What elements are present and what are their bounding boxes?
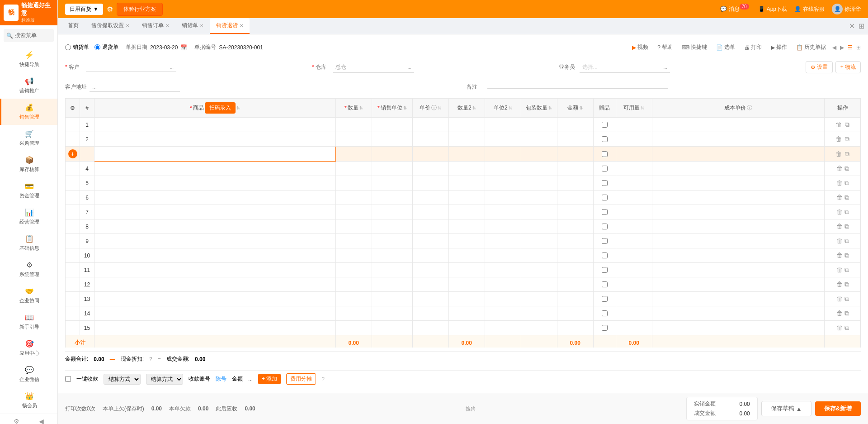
account-link[interactable]: 陈号 — [216, 375, 226, 383]
search-menu-button[interactable]: 🔍 搜索菜单 — [4, 29, 54, 42]
sidebar-item-corp[interactable]: 🤝 企业协同 — [0, 282, 57, 309]
tab-price-setting-close[interactable]: ✕ — [126, 23, 129, 28]
customer-input[interactable]: ... — [86, 63, 176, 71]
copy-row-11[interactable]: ⧉ — [844, 266, 850, 273]
delete-row-11[interactable]: 🗑 — [835, 266, 844, 273]
delete-row-6[interactable]: 🗑 — [835, 194, 844, 201]
tab-sales-order[interactable]: 销售订单 ✕ — [136, 18, 175, 34]
row-cost-1[interactable] — [652, 118, 824, 132]
app-download-item[interactable]: 📱 App下载 — [758, 5, 787, 13]
warehouse-input[interactable]: 总仓 ... — [333, 62, 414, 73]
row-price-1[interactable] — [412, 118, 448, 132]
tab-sales-return-close[interactable]: ✕ — [240, 23, 243, 28]
row-qty2-2[interactable] — [448, 132, 485, 147]
radio-sale[interactable]: 销货单 — [65, 43, 89, 51]
product-sort-icon[interactable]: ⇅ — [236, 105, 240, 110]
grid-view-icon[interactable]: ⊞ — [856, 44, 861, 51]
online-service-item[interactable]: 👤 在线客服 — [794, 5, 825, 13]
th-settings[interactable]: ⚙ — [66, 99, 80, 118]
tab-close-all[interactable]: ✕ — [849, 22, 855, 30]
row-su-2[interactable] — [372, 132, 412, 147]
row-product-2[interactable] — [94, 132, 336, 147]
copy-row-9[interactable]: ⧉ — [844, 237, 850, 244]
tab-home[interactable]: 首页 — [61, 18, 85, 34]
operate-btn[interactable]: ▶ 操作 — [768, 43, 790, 52]
row-amt-3[interactable] — [557, 147, 593, 162]
sidebar-item-ops[interactable]: 📊 经营管理 — [0, 204, 57, 230]
help-btn[interactable]: ? 帮助 — [655, 43, 675, 52]
delete-row-2[interactable]: 🗑 — [835, 135, 843, 143]
copy-row-1[interactable]: ⧉ — [844, 121, 850, 128]
user-profile[interactable]: 👤 徐泽华 — [832, 4, 861, 14]
radio-return-input[interactable] — [94, 44, 100, 50]
copy-row-7[interactable]: ⧉ — [844, 208, 850, 215]
row-product-1[interactable] — [94, 118, 336, 132]
row-price-3[interactable] — [412, 147, 448, 162]
row-avail-1[interactable] — [616, 118, 652, 132]
delete-row-12[interactable]: 🗑 — [835, 281, 844, 288]
delete-row-7[interactable]: 🗑 — [835, 208, 844, 215]
settings-bottom-icon[interactable]: ⚙ — [14, 418, 19, 424]
copy-row-5[interactable]: ⧉ — [844, 179, 850, 186]
tab-sales[interactable]: 销货单 ✕ — [175, 18, 210, 34]
u2-sort-icon[interactable]: ⇅ — [509, 105, 512, 110]
add-row-button[interactable]: + — [68, 149, 77, 158]
row-price-2[interactable] — [412, 132, 448, 147]
history-btn[interactable]: 📋 历史单据 — [793, 43, 829, 52]
sidebar-item-shortcut[interactable]: ⚡ 快捷导航 — [0, 46, 57, 72]
message-item[interactable]: 💬 消息 70 — [720, 5, 751, 13]
copy-row-4[interactable]: ⧉ — [844, 165, 850, 172]
discount-help-icon[interactable]: ? — [149, 356, 152, 362]
sidebar-item-system[interactable]: ⚙ 系统管理 — [0, 256, 57, 282]
row-qty-2[interactable] — [335, 132, 372, 147]
row-cost-2[interactable] — [652, 132, 824, 147]
row-qty2-1[interactable] — [448, 118, 485, 132]
scan-button[interactable]: 扫码录入 — [205, 102, 236, 114]
row-amt-1[interactable] — [557, 118, 593, 132]
tab-sales-close[interactable]: ✕ — [200, 23, 203, 28]
delete-row-10[interactable]: 🗑 — [835, 252, 844, 259]
row-avail-3[interactable] — [616, 147, 652, 162]
row-pq-2[interactable] — [521, 132, 557, 147]
date-value[interactable]: 2023-03-20 — [150, 44, 178, 51]
sidebar-item-wechat[interactable]: 💬 企业微信 — [0, 361, 57, 387]
row-amt-2[interactable] — [557, 132, 593, 147]
pq-sort-icon[interactable]: ⇅ — [548, 105, 552, 110]
next-doc-icon[interactable]: ▶ — [840, 44, 844, 51]
one-click-checkbox[interactable] — [65, 376, 71, 382]
sidebar-item-purchase[interactable]: 🛒 采购管理 — [0, 125, 57, 151]
sidebar-item-basic[interactable]: 📋 基础信息 — [0, 230, 57, 256]
save-draft-button[interactable]: 保存草稿 ▲ — [761, 401, 811, 416]
row-gift-2[interactable] — [593, 132, 616, 147]
row-product-3[interactable] — [94, 147, 336, 162]
sidebar-item-marketing[interactable]: 📢 营销推广 — [0, 72, 57, 99]
row-qty-1[interactable] — [335, 118, 372, 132]
calendar-icon[interactable]: 📅 — [180, 44, 187, 51]
delete-row-15[interactable]: 🗑 — [835, 324, 844, 331]
radio-return[interactable]: 退货单 — [94, 43, 118, 51]
copy-row-3[interactable]: ⧉ — [844, 150, 850, 157]
copy-row-6[interactable]: ⧉ — [844, 194, 850, 201]
sidebar-item-inventory[interactable]: 📦 库存核算 — [0, 151, 57, 177]
row-avail-2[interactable] — [616, 132, 652, 147]
tab-sales-order-close[interactable]: ✕ — [165, 23, 169, 28]
row-qty-3[interactable] — [335, 147, 372, 162]
sidebar-item-member[interactable]: 👑 畅会员 — [0, 387, 57, 414]
copy-row-8[interactable]: ⧉ — [844, 223, 850, 230]
save-new-button[interactable]: 保存&新增 — [815, 401, 861, 416]
copy-row-12[interactable]: ⧉ — [844, 281, 850, 288]
tab-price-setting[interactable]: 售价提取设置 ✕ — [85, 18, 136, 34]
qty-sort-icon[interactable]: ⇅ — [359, 105, 363, 110]
delete-row-5[interactable]: 🗑 — [835, 179, 844, 186]
delete-row-8[interactable]: 🗑 — [835, 223, 844, 230]
amt-sort-icon[interactable]: ⇅ — [579, 105, 583, 110]
radio-sale-input[interactable] — [65, 44, 71, 50]
delete-row-3[interactable]: 🗑 — [835, 150, 843, 157]
logistics-button[interactable]: + 物流 — [835, 61, 861, 73]
add-payment-btn[interactable]: + 添加 — [258, 374, 281, 384]
avail-sort-icon[interactable]: ⇅ — [641, 105, 644, 110]
video-btn[interactable]: ▶ 视频 — [629, 43, 651, 52]
row-unit2-3[interactable] — [485, 147, 521, 162]
row-cost-3[interactable] — [652, 147, 824, 162]
row-pq-3[interactable] — [521, 147, 557, 162]
